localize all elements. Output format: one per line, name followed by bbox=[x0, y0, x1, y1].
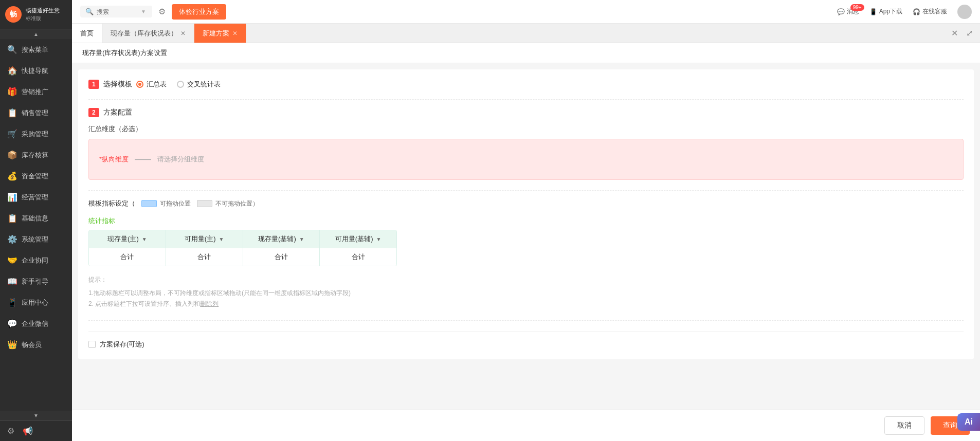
sidebar-nav: 🔍 搜索菜单 🏠 快捷导航 🎁 营销推广 📋 销售管理 🛒 采购管理 📦 库存核… bbox=[0, 39, 72, 411]
sidebar-label-new_guide: 新手引导 bbox=[22, 277, 48, 286]
sidebar-label-inventory: 库存核算 bbox=[22, 151, 48, 160]
save-label: 方案保存(可选) bbox=[100, 340, 144, 349]
legend-draggable: 可拖动位置 bbox=[141, 199, 191, 208]
tab-expand-icon[interactable]: ⤢ bbox=[964, 27, 975, 39]
trial-button[interactable]: 体验行业方案 bbox=[172, 4, 226, 20]
indicator-label: 模板指标设定（ 可拖动位置 不可拖动位置） bbox=[88, 199, 964, 208]
tab-close-all-icon[interactable]: ✕ bbox=[949, 27, 960, 39]
sidebar-item-operations[interactable]: 📊 经营管理 bbox=[0, 187, 72, 208]
stats-col-1[interactable]: 现存量(主) ▼ bbox=[89, 230, 166, 248]
sidebar-item-marketing[interactable]: 🎁 营销推广 bbox=[0, 81, 72, 102]
ai-badge[interactable]: Ai bbox=[957, 413, 980, 431]
stats-table: 现存量(主) ▼ 可用量(主) ▼ 现存量(基辅) ▼ bbox=[88, 230, 397, 266]
sidebar-icon-basic_info: 📋 bbox=[7, 213, 17, 223]
topbar-search-box[interactable]: 🔍 ▼ bbox=[80, 6, 152, 17]
sidebar-icon-member: 👑 bbox=[7, 340, 17, 350]
sidebar-item-purchase[interactable]: 🛒 采购管理 bbox=[0, 123, 72, 144]
app-logo: 畅 畅捷通好生意 标准版 bbox=[0, 0, 72, 29]
sidebar-icon-cooperation: 🤝 bbox=[7, 255, 17, 265]
notification-badge: 99+ bbox=[850, 4, 864, 11]
sidebar-label-search: 搜索菜单 bbox=[22, 45, 48, 54]
online-service-button[interactable]: 🎧 在线客服 bbox=[913, 7, 947, 16]
settings-icon[interactable]: ⚙ bbox=[7, 426, 14, 436]
inventory-status-tab-close[interactable]: ✕ bbox=[180, 30, 186, 37]
sidebar-item-basic_info[interactable]: 📋 基础信息 bbox=[0, 208, 72, 229]
non-draggable-legend-label: 不可拖动位置） bbox=[215, 199, 259, 208]
tab-inventory-status[interactable]: 现存量（库存状况表） ✕ bbox=[102, 24, 194, 43]
sidebar-icon-quick_nav: 🏠 bbox=[7, 66, 17, 76]
sidebar-item-cooperation[interactable]: 🤝 企业协同 bbox=[0, 250, 72, 271]
step2-section: 2 方案配置 汇总维度（必选） *纵向维度 —— 请选择分组维度 bbox=[88, 108, 964, 310]
sidebar-item-search[interactable]: 🔍 搜索菜单 bbox=[0, 39, 72, 60]
sidebar-item-weixin[interactable]: 💬 企业微信 bbox=[0, 313, 72, 334]
stats-header-row: 现存量(主) ▼ 可用量(主) ▼ 现存量(基辅) ▼ bbox=[89, 230, 396, 248]
content-area: 现存量(库存状况表)方案设置 1 选择模板 汇总表 交叉统计表 bbox=[72, 43, 980, 410]
sidebar-label-weixin: 企业微信 bbox=[22, 319, 48, 328]
sidebar-item-inventory[interactable]: 📦 库存核算 bbox=[0, 144, 72, 166]
app-download-button[interactable]: 📱 App下载 bbox=[869, 7, 902, 16]
sidebar-scroll-down[interactable]: ▼ bbox=[0, 411, 72, 420]
headset-icon: 🎧 bbox=[913, 8, 920, 15]
step1-header: 1 选择模板 汇总表 交叉统计表 bbox=[88, 80, 964, 89]
mobile-icon: 📱 bbox=[869, 8, 877, 15]
search-dropdown-icon[interactable]: ▼ bbox=[141, 9, 146, 14]
stats-cell-1-3: 合计 bbox=[243, 248, 320, 266]
page-title: 现存量(库存状况表)方案设置 bbox=[82, 49, 167, 57]
dimension-box[interactable]: *纵向维度 —— 请选择分组维度 bbox=[88, 139, 964, 180]
topbar: 🔍 ▼ ⚙ 体验行业方案 💬 消息 99+ 📱 App下载 🎧 在线客服 bbox=[72, 0, 980, 24]
legend-non-draggable: 不可拖动位置） bbox=[197, 199, 259, 208]
sidebar-item-app_center[interactable]: 📱 应用中心 bbox=[0, 292, 72, 313]
sidebar-icon-weixin: 💬 bbox=[7, 319, 17, 328]
search-input[interactable] bbox=[97, 8, 138, 15]
search-icon: 🔍 bbox=[85, 8, 94, 15]
non-draggable-legend-box bbox=[197, 200, 212, 207]
col3-dropdown-icon[interactable]: ▼ bbox=[299, 236, 304, 242]
footer-bar: 取消 查询 bbox=[72, 410, 980, 441]
sidebar-label-member: 畅会员 bbox=[22, 340, 42, 350]
radio-summary-label: 汇总表 bbox=[147, 80, 167, 89]
user-avatar[interactable] bbox=[957, 5, 972, 19]
sidebar-label-marketing: 营销推广 bbox=[22, 87, 48, 97]
stats-col-4[interactable]: 可用量(基辅) ▼ bbox=[320, 230, 396, 248]
sidebar-icon-new_guide: 📖 bbox=[7, 277, 17, 286]
inventory-status-tab-label: 现存量（库存状况表） bbox=[111, 29, 177, 38]
form-panel: 1 选择模板 汇总表 交叉统计表 bbox=[78, 69, 974, 359]
col2-dropdown-icon[interactable]: ▼ bbox=[219, 236, 224, 242]
draggable-legend-label: 可拖动位置 bbox=[160, 199, 191, 208]
stats-col-2[interactable]: 可用量(主) ▼ bbox=[166, 230, 243, 248]
draggable-legend-box bbox=[141, 200, 157, 207]
sidebar-scroll-up[interactable]: ▲ bbox=[0, 29, 72, 39]
notifications-button[interactable]: 💬 消息 99+ bbox=[837, 7, 859, 16]
col4-dropdown-icon[interactable]: ▼ bbox=[376, 236, 382, 242]
main-area: 🔍 ▼ ⚙ 体验行业方案 💬 消息 99+ 📱 App下载 🎧 在线客服 bbox=[72, 0, 980, 441]
sidebar-item-sales[interactable]: 📋 销售管理 bbox=[0, 102, 72, 123]
sidebar-item-quick_nav[interactable]: 🏠 快捷导航 bbox=[0, 60, 72, 81]
tabs-bar: 首页 现存量（库存状况表） ✕ 新建方案 ✕ ✕ ⤢ bbox=[72, 24, 980, 43]
sidebar-icon-system: ⚙️ bbox=[7, 234, 17, 244]
new-plan-tab-close[interactable]: ✕ bbox=[232, 30, 238, 37]
step1-badge: 1 bbox=[88, 80, 99, 89]
tab-new-plan[interactable]: 新建方案 ✕ bbox=[194, 24, 246, 43]
dimension-section: 汇总维度（必选） *纵向维度 —— 请选择分组维度 bbox=[88, 124, 964, 180]
sidebar-item-finance[interactable]: 💰 资金管理 bbox=[0, 166, 72, 187]
sidebar-label-purchase: 采购管理 bbox=[22, 130, 48, 139]
sidebar-label-sales: 销售管理 bbox=[22, 108, 48, 118]
settings-gear-icon[interactable]: ⚙ bbox=[158, 7, 166, 16]
sidebar-item-member[interactable]: 👑 畅会员 bbox=[0, 334, 72, 355]
topbar-right: 💬 消息 99+ 📱 App下载 🎧 在线客服 bbox=[837, 5, 972, 19]
step1-title: 选择模板 bbox=[103, 80, 132, 89]
sidebar-item-new_guide[interactable]: 📖 新手引导 bbox=[0, 271, 72, 292]
speaker-icon[interactable]: 📢 bbox=[23, 426, 33, 436]
tab-home[interactable]: 首页 bbox=[72, 24, 102, 43]
sidebar-icon-finance: 💰 bbox=[7, 171, 17, 181]
sidebar-label-system: 系统管理 bbox=[22, 235, 48, 244]
home-tab-label: 首页 bbox=[80, 29, 94, 38]
save-checkbox[interactable] bbox=[88, 341, 96, 348]
radio-cross[interactable]: 交叉统计表 bbox=[177, 80, 221, 89]
radio-summary[interactable]: 汇总表 bbox=[136, 80, 167, 89]
sidebar-bottom: ⚙ 📢 bbox=[0, 420, 72, 441]
sidebar-item-system[interactable]: ⚙️ 系统管理 bbox=[0, 229, 72, 250]
stats-col-3[interactable]: 现存量(基辅) ▼ bbox=[243, 230, 320, 248]
cancel-button[interactable]: 取消 bbox=[884, 416, 924, 435]
col1-dropdown-icon[interactable]: ▼ bbox=[142, 236, 147, 242]
